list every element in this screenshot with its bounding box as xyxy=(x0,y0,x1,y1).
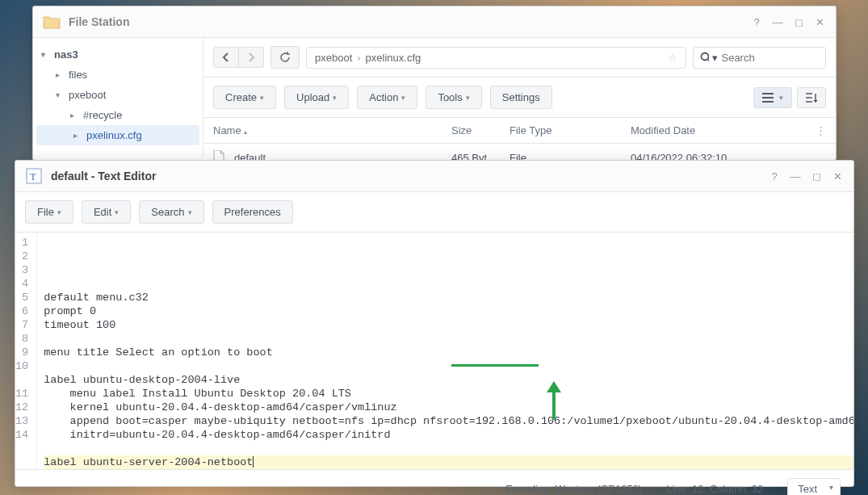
help-icon[interactable]: ? xyxy=(750,16,763,28)
breadcrumb-segment[interactable]: pxeboot xyxy=(315,52,352,64)
syntax-mode-select[interactable]: Text xyxy=(787,478,841,495)
text-editor-icon: T xyxy=(25,167,43,185)
breadcrumb-segment[interactable]: pxelinux.cfg xyxy=(366,52,421,64)
search-icon xyxy=(700,52,709,63)
close-icon[interactable]: ✕ xyxy=(813,16,826,28)
code-line[interactable] xyxy=(44,332,853,346)
table-header: Name▴ Size File Type Modified Date ⋮ xyxy=(203,118,836,144)
svg-marker-5 xyxy=(547,381,561,392)
code-line[interactable] xyxy=(44,442,853,455)
line-gutter: 1234567891011121314 xyxy=(15,233,37,469)
preferences-button[interactable]: Preferences xyxy=(212,200,293,224)
text-editor-window: T default - Text Editor ? — ◻ ✕ File▾ Ed… xyxy=(15,160,854,487)
minimize-icon[interactable]: — xyxy=(789,170,802,182)
help-icon[interactable]: ? xyxy=(768,170,781,182)
tree-item-label: files xyxy=(69,69,87,81)
breadcrumb[interactable]: pxeboot › pxelinux.cfg ☆ xyxy=(306,47,686,69)
file-station-window: File Station ? — ◻ ✕ ▾ nas3 ▸ files ▾ px… xyxy=(32,6,837,161)
code-editor[interactable]: 1234567891011121314 default menu.c32prom… xyxy=(15,233,853,469)
search-box[interactable]: ▾ xyxy=(693,47,826,69)
refresh-icon xyxy=(279,52,291,63)
annotation-underline xyxy=(451,364,539,367)
code-line[interactable]: menu title Select an option to boot xyxy=(44,346,853,359)
tree-root[interactable]: ▾ nas3 xyxy=(33,44,203,65)
tree-item-label: pxelinux.cfg xyxy=(86,129,142,141)
tree-item-files[interactable]: ▸ files xyxy=(33,65,203,85)
code-line[interactable]: kernel ubuntu-20.04.4-desktop-amd64/casp… xyxy=(44,401,853,414)
sort-asc-icon: ▴ xyxy=(244,128,247,136)
chevron-down-icon[interactable]: ▾ xyxy=(41,50,51,59)
chevron-right-icon[interactable]: ▸ xyxy=(70,111,80,120)
settings-button[interactable]: Settings xyxy=(490,86,552,109)
maximize-icon[interactable]: ◻ xyxy=(810,170,823,182)
tree-item-label: #recycle xyxy=(83,109,122,121)
code-line[interactable]: prompt 0 xyxy=(44,304,853,318)
svg-line-1 xyxy=(708,60,709,62)
chevron-left-icon xyxy=(222,52,230,62)
folder-icon xyxy=(43,13,61,31)
tree-item-pxeboot[interactable]: ▾ pxeboot xyxy=(33,85,203,105)
list-icon xyxy=(762,93,774,103)
tree-item-recycle[interactable]: ▸ #recycle xyxy=(33,105,203,125)
status-bar: Encoding: Western (CP1252) Line: 12, Col… xyxy=(15,469,853,495)
status-position: Line: 12, Column: 32 xyxy=(666,483,763,495)
code-line[interactable]: timeout 100 xyxy=(44,318,853,332)
chevron-right-icon[interactable]: ▸ xyxy=(56,70,65,79)
code-content[interactable]: default menu.c32prompt 0timeout 100menu … xyxy=(37,233,853,469)
column-type[interactable]: File Type xyxy=(509,124,631,136)
file-station-title: File Station xyxy=(69,15,750,28)
create-button[interactable]: Create▾ xyxy=(213,86,276,109)
column-modified[interactable]: Modified Date xyxy=(631,124,810,136)
status-encoding: Encoding: Western (CP1252) xyxy=(505,483,642,495)
tree-root-label: nas3 xyxy=(54,48,78,61)
search-input[interactable] xyxy=(721,52,819,64)
minimize-icon[interactable]: — xyxy=(771,16,784,28)
folder-tree: ▾ nas3 ▸ files ▾ pxeboot ▸ #recycle ▸ xyxy=(33,38,203,157)
column-name[interactable]: Name▴ xyxy=(213,124,451,136)
edit-menu[interactable]: Edit▾ xyxy=(82,200,131,224)
chevron-right-icon: › xyxy=(357,52,360,64)
code-line[interactable]: menu label Install Ubuntu Desktop 20.04 … xyxy=(44,387,853,401)
view-list-button[interactable]: ▾ xyxy=(753,87,792,108)
file-station-titlebar: File Station ? — ◻ ✕ xyxy=(33,6,836,38)
code-line[interactable] xyxy=(44,359,853,373)
maximize-icon[interactable]: ◻ xyxy=(792,16,805,28)
svg-text:T: T xyxy=(30,170,36,182)
close-icon[interactable]: ✕ xyxy=(831,170,844,182)
annotation-arrow xyxy=(489,367,566,438)
chevron-right-icon[interactable]: ▸ xyxy=(73,131,83,140)
action-button[interactable]: Action▾ xyxy=(357,86,417,109)
caret-down-icon[interactable]: ▾ xyxy=(712,52,718,64)
code-line[interactable]: append boot=casper maybe-ubiquity netboo… xyxy=(44,414,853,428)
code-line[interactable]: initrd=ubuntu-20.04.4-desktop-amd64/casp… xyxy=(44,428,853,442)
code-line[interactable]: label ubuntu-desktop-2004-live xyxy=(44,373,853,387)
star-icon[interactable]: ☆ xyxy=(668,52,677,64)
view-sort-button[interactable] xyxy=(797,87,826,108)
code-line[interactable]: label ubuntu-server-2004-netboot xyxy=(44,455,853,469)
text-editor-title: default - Text Editor xyxy=(51,170,768,182)
search-menu[interactable]: Search▾ xyxy=(139,200,203,224)
code-line[interactable]: default menu.c32 xyxy=(44,291,853,304)
sort-icon xyxy=(806,93,817,103)
upload-button[interactable]: Upload▾ xyxy=(284,86,349,109)
tree-item-pxelinuxcfg[interactable]: ▸ pxelinux.cfg xyxy=(36,125,199,145)
chevron-down-icon[interactable]: ▾ xyxy=(56,90,65,99)
tree-item-label: pxeboot xyxy=(69,89,106,101)
nav-forward-button[interactable] xyxy=(239,47,264,68)
svg-point-0 xyxy=(702,53,709,61)
column-size[interactable]: Size xyxy=(451,124,509,136)
chevron-right-icon xyxy=(247,52,255,62)
file-menu[interactable]: File▾ xyxy=(25,200,73,224)
nav-back-button[interactable] xyxy=(213,47,239,68)
column-menu-icon[interactable]: ⋮ xyxy=(810,124,826,136)
refresh-button[interactable] xyxy=(270,46,300,69)
text-editor-titlebar: T default - Text Editor ? — ◻ ✕ xyxy=(15,161,853,192)
tools-button[interactable]: Tools▾ xyxy=(426,86,481,109)
